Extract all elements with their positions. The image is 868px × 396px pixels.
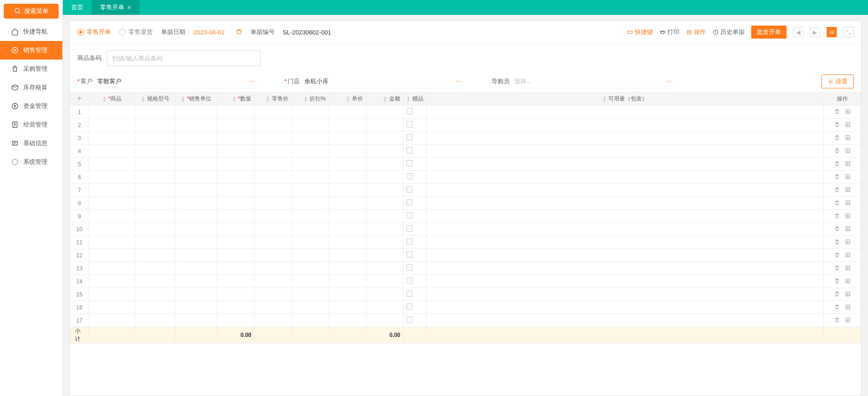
cell-product[interactable] <box>89 249 135 262</box>
cell-avail[interactable] <box>427 262 824 275</box>
col-gift[interactable]: ▲▼赠品 <box>404 93 427 106</box>
list-view-button[interactable] <box>827 27 837 37</box>
cell-unit[interactable] <box>175 197 217 210</box>
cell-unit[interactable] <box>175 301 217 314</box>
cell-unit[interactable] <box>175 236 217 249</box>
col-discount[interactable]: ▲▼折扣% <box>292 93 329 106</box>
cell-retail[interactable] <box>255 145 292 158</box>
table-row[interactable]: 6 <box>70 171 861 184</box>
add-row-icon[interactable] <box>845 239 851 246</box>
cell-product[interactable] <box>89 106 135 119</box>
cell-discount[interactable] <box>292 132 329 145</box>
cell-amount[interactable] <box>366 223 404 236</box>
cell-qty[interactable] <box>217 223 255 236</box>
prev-doc-button[interactable]: ◀ <box>793 27 803 37</box>
cell-product[interactable] <box>89 314 135 327</box>
cell-amount[interactable] <box>366 314 404 327</box>
nav-business[interactable]: 经营管理 <box>0 115 62 134</box>
history-link[interactable]: 历史单据 <box>713 28 745 36</box>
tab-home[interactable]: 首页 <box>63 0 92 15</box>
delete-icon[interactable] <box>834 252 840 259</box>
cell-spec[interactable] <box>135 119 175 132</box>
cell-retail[interactable] <box>255 262 292 275</box>
cell-product[interactable] <box>89 236 135 249</box>
delete-icon[interactable] <box>834 148 840 155</box>
cell-retail[interactable] <box>255 210 292 223</box>
guide-picker[interactable]: 选择... ⋯ <box>514 74 673 88</box>
cell-gift[interactable] <box>404 236 427 249</box>
cell-unit[interactable] <box>175 171 217 184</box>
cell-spec[interactable] <box>135 145 175 158</box>
cell-product[interactable] <box>89 210 135 223</box>
cell-qty[interactable] <box>217 210 255 223</box>
cell-qty[interactable] <box>217 171 255 184</box>
cell-amount[interactable] <box>366 106 404 119</box>
cell-uprice[interactable] <box>329 236 366 249</box>
add-row-icon[interactable] <box>845 252 851 259</box>
cell-spec[interactable] <box>135 275 175 288</box>
add-row-icon[interactable] <box>845 161 851 168</box>
table-row[interactable]: 14 <box>70 275 861 288</box>
col-uprice[interactable]: ▲▼单价 <box>329 93 366 106</box>
cell-spec[interactable] <box>135 314 175 327</box>
table-row[interactable]: 9 <box>70 210 861 223</box>
cell-gift[interactable] <box>404 288 427 301</box>
table-row[interactable]: 12 <box>70 249 861 262</box>
cell-amount[interactable] <box>366 171 404 184</box>
cell-unit[interactable] <box>175 249 217 262</box>
table-row[interactable]: 17 <box>70 314 861 327</box>
cell-spec[interactable] <box>135 249 175 262</box>
cell-uprice[interactable] <box>329 184 366 197</box>
cell-qty[interactable] <box>217 197 255 210</box>
cell-gift[interactable] <box>404 158 427 171</box>
cell-uprice[interactable] <box>329 223 366 236</box>
cell-gift[interactable] <box>404 314 427 327</box>
cell-amount[interactable] <box>366 249 404 262</box>
add-row-icon[interactable] <box>845 265 851 272</box>
cell-gift[interactable] <box>404 119 427 132</box>
cell-amount[interactable] <box>366 119 404 132</box>
cell-discount[interactable] <box>292 249 329 262</box>
checkbox-icon[interactable] <box>406 160 413 167</box>
checkbox-icon[interactable] <box>406 212 413 219</box>
cell-product[interactable] <box>89 197 135 210</box>
nav-purchase[interactable]: 采购管理 <box>0 60 62 78</box>
cell-amount[interactable] <box>366 197 404 210</box>
cell-amount[interactable] <box>366 132 404 145</box>
cell-product[interactable] <box>89 158 135 171</box>
cell-discount[interactable] <box>292 314 329 327</box>
cell-qty[interactable] <box>217 145 255 158</box>
cell-amount[interactable] <box>366 210 404 223</box>
delete-icon[interactable] <box>834 161 840 168</box>
cell-avail[interactable] <box>427 158 824 171</box>
cell-retail[interactable] <box>255 171 292 184</box>
table-row[interactable]: 16 <box>70 301 861 314</box>
cell-avail[interactable] <box>427 275 824 288</box>
checkbox-icon[interactable] <box>406 251 413 258</box>
cell-gift[interactable] <box>404 223 427 236</box>
table-row[interactable]: 13 <box>70 262 861 275</box>
cell-qty[interactable] <box>217 158 255 171</box>
search-menu-button[interactable]: 搜索菜单 <box>4 4 59 19</box>
next-doc-button[interactable]: ▶ <box>810 27 820 37</box>
cell-spec[interactable] <box>135 236 175 249</box>
delete-icon[interactable] <box>834 291 840 298</box>
cell-uprice[interactable] <box>329 106 366 119</box>
cell-uprice[interactable] <box>329 145 366 158</box>
col-avail[interactable]: ▲▼可用量（包装） <box>427 93 824 106</box>
table-row[interactable]: 5 <box>70 158 861 171</box>
cell-spec[interactable] <box>135 132 175 145</box>
add-row-icon[interactable] <box>845 304 851 311</box>
cell-avail[interactable] <box>427 301 824 314</box>
tab-retail-order[interactable]: 零售开单 ✕ <box>92 0 140 15</box>
cell-spec[interactable] <box>135 262 175 275</box>
col-qty[interactable]: ▲▼*数量 <box>217 93 255 106</box>
nav-system[interactable]: 系统管理 <box>0 153 62 171</box>
cell-spec[interactable] <box>135 301 175 314</box>
cell-unit[interactable] <box>175 210 217 223</box>
cell-discount[interactable] <box>292 184 329 197</box>
cell-uprice[interactable] <box>329 314 366 327</box>
add-row-icon[interactable] <box>845 317 851 324</box>
cell-spec[interactable] <box>135 288 175 301</box>
shortcut-link[interactable]: 快捷键 <box>627 28 653 36</box>
